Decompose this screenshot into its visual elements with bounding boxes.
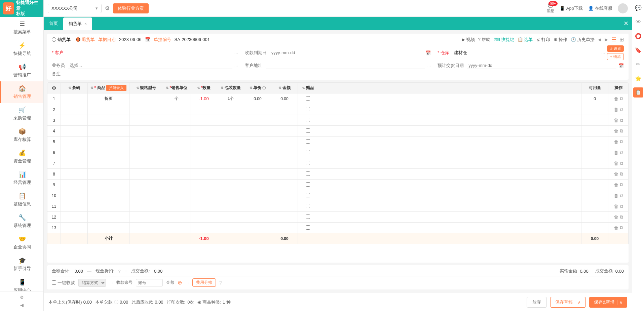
float-chat-icon[interactable]: 💬	[633, 3, 643, 13]
delete-icon[interactable]: 🗑	[614, 171, 618, 177]
flow-button[interactable]: + 物流	[607, 53, 624, 60]
operate-link[interactable]: ⚙ 操作	[554, 37, 567, 43]
radio-sale-input[interactable]	[52, 37, 56, 42]
add-payment-icon[interactable]: ⊕	[178, 279, 182, 286]
sidebar-item-finance[interactable]: 💰 资金管理	[0, 146, 43, 167]
customer-dots[interactable]: ···	[234, 50, 238, 55]
sidebar-item-basic-info[interactable]: 📋 基础信息	[0, 189, 43, 210]
company-selector[interactable]: XXXXXX公司 ▾	[48, 4, 102, 13]
topbar-settings-icon[interactable]: ⚙	[105, 5, 110, 11]
th-barcode[interactable]: ⇅ 条码	[61, 83, 88, 93]
app-download-btn[interactable]: 📱 App下载	[560, 5, 583, 11]
copy-icon[interactable]: ⧉	[620, 139, 623, 145]
addr-dots[interactable]: ···	[427, 63, 431, 68]
row-qty[interactable]: -1.00	[190, 93, 217, 104]
copy-icon[interactable]: ⧉	[620, 214, 623, 220]
copy-icon[interactable]: ⧉	[620, 107, 623, 112]
sidebar-settings[interactable]: ⚙	[20, 295, 24, 300]
float-star-icon[interactable]: ⭐	[633, 73, 643, 83]
warehouse-dots[interactable]: ···	[601, 50, 605, 55]
window-close-icon[interactable]: ✕	[623, 20, 629, 27]
print-link[interactable]: 🖨 打印	[536, 37, 550, 43]
copy-icon[interactable]: ⧉	[620, 117, 623, 123]
delete-icon[interactable]: 🗑	[614, 193, 618, 198]
expected-date-calendar-icon[interactable]: 📅	[618, 63, 624, 68]
th-product[interactable]: ⇅ * 商品 扫码录入	[88, 83, 129, 93]
float-orange-icon[interactable]: 📋	[633, 87, 643, 98]
sidebar-item-management[interactable]: 📊 经营管理	[0, 167, 43, 189]
delete-icon[interactable]: 🗑	[614, 107, 618, 112]
tab-close-icon[interactable]: ×	[84, 22, 87, 26]
delete-icon[interactable]: 🗑	[614, 225, 618, 231]
select-link[interactable]: 📋 选单	[518, 37, 533, 43]
sidebar-item-collaboration[interactable]: 🤝 企业协同	[0, 232, 43, 254]
product-type-info[interactable]: ◉ 商品种类: 1 种	[197, 299, 230, 305]
copy-icon[interactable]: ⧉	[620, 150, 623, 155]
row-spec[interactable]	[129, 93, 163, 104]
payment-method-select[interactable]: 结算方式	[78, 279, 106, 287]
delete-icon[interactable]: 🗑	[614, 96, 618, 102]
float-eye-icon[interactable]: 👁	[633, 17, 643, 27]
sidebar-item-app-center[interactable]: 📱 应用中心	[0, 275, 43, 291]
expense-help-icon[interactable]: ?	[219, 280, 222, 285]
radio-return-input[interactable]	[76, 37, 80, 42]
sidebar-item-search[interactable]: ☰ 搜索菜单	[0, 17, 43, 38]
calendar-icon[interactable]: 📅	[145, 37, 150, 42]
copy-icon[interactable]: ⧉	[620, 171, 623, 177]
th-amount[interactable]: ⇅ 金额	[271, 83, 298, 93]
copy-icon[interactable]: ⧉	[620, 182, 623, 188]
delete-icon[interactable]: 🗑	[614, 161, 618, 166]
copy-icon[interactable]: ⧉	[620, 225, 623, 231]
th-gift[interactable]: ⇅ 赠品	[298, 83, 318, 93]
copy-icon[interactable]: ⧉	[620, 203, 623, 209]
expected-date-input[interactable]	[467, 62, 616, 69]
delete-icon[interactable]: 🗑	[614, 215, 618, 220]
nav-prev-icon[interactable]: ◀	[598, 37, 601, 42]
sidebar-collapse[interactable]: ◀	[20, 303, 24, 308]
customer-input[interactable]	[67, 49, 232, 56]
tab-home[interactable]: 首页	[44, 17, 63, 30]
payment-due-calendar-icon[interactable]: 📅	[425, 50, 431, 55]
radio-sale[interactable]: 销货单	[52, 37, 71, 43]
cash-discount-help-icon[interactable]: ?	[118, 269, 121, 274]
history-link[interactable]: 🕐 历史单据	[571, 37, 595, 43]
delete-icon[interactable]: 🗑	[614, 182, 618, 188]
sidebar-item-quicknav[interactable]: ⚡ 快捷导航	[0, 38, 43, 60]
message-btn[interactable]: 💬 99+ 消息	[547, 3, 554, 13]
save-draft-btn[interactable]: 保存草稿 ∧	[550, 297, 586, 308]
settings-button[interactable]: ⊙ 设置	[607, 45, 624, 52]
video-link[interactable]: ▶ 视频	[462, 37, 475, 43]
sidebar-item-marketing[interactable]: 📢 营销推广	[0, 60, 43, 81]
view-list-icon[interactable]: ☰	[611, 36, 616, 43]
help-link[interactable]: ? 帮助	[478, 37, 490, 43]
sidebar-item-sales[interactable]: 🏠 销售管理	[0, 81, 43, 103]
delete-icon[interactable]: 🗑	[614, 128, 618, 134]
shortcut-link[interactable]: ⌨ 快捷键	[494, 37, 514, 43]
scan-barcode-btn[interactable]: 扫码录入	[106, 85, 126, 91]
copy-icon[interactable]: ⧉	[620, 160, 623, 166]
float-edit-icon[interactable]: ✏	[633, 59, 643, 69]
one-click-pay-input[interactable]	[52, 280, 56, 285]
trial-btn[interactable]: 体验行业方案	[113, 3, 149, 13]
abandon-btn[interactable]: 放弃	[527, 297, 547, 308]
nav-next-icon[interactable]: ▶	[605, 37, 608, 42]
save-new-btn[interactable]: 保存&新增 ∧	[589, 297, 627, 308]
th-price[interactable]: ⇅ 单价 ⓘ	[244, 83, 271, 93]
copy-icon[interactable]: ⧉	[620, 193, 623, 198]
th-qty[interactable]: ⇅ *数量	[190, 83, 217, 93]
user-avatar[interactable]	[618, 3, 628, 13]
delete-icon[interactable]: 🗑	[614, 118, 618, 123]
delete-icon[interactable]: 🗑	[614, 150, 618, 155]
sidebar-item-purchase[interactable]: 🛒 采购管理	[0, 103, 43, 124]
salesperson-input[interactable]	[68, 62, 232, 69]
delete-icon[interactable]: 🗑	[614, 139, 618, 145]
th-unit[interactable]: ⇅ *销售单位	[163, 83, 190, 93]
payment-method-dots[interactable]: ···	[109, 280, 113, 285]
th-spec[interactable]: ⇅ 规格型号	[129, 83, 163, 93]
online-service-btn[interactable]: 👤 在线客服	[588, 5, 612, 11]
copy-icon[interactable]: ⧉	[620, 96, 623, 102]
row-price[interactable]: 0.00	[244, 93, 271, 104]
radio-return[interactable]: 退货单	[76, 37, 95, 43]
float-circle-icon[interactable]: ⭕	[633, 31, 643, 41]
float-bookmark-icon[interactable]: 🔖	[633, 45, 643, 55]
